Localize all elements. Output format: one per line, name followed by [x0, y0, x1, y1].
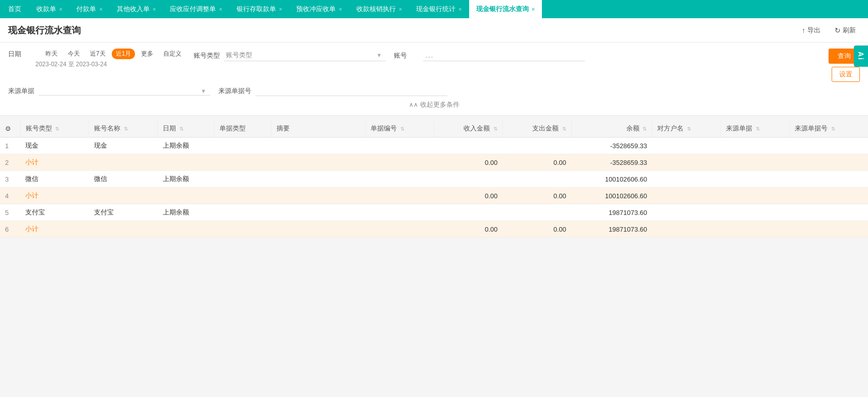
- table-row[interactable]: 6小计0.000.0019871073.60: [0, 221, 868, 238]
- col-counterpart: 对方户名 ⇅: [652, 120, 721, 138]
- table-cell: 0.00: [434, 188, 502, 204]
- table-row[interactable]: 4小计0.000.00100102606.60: [0, 188, 868, 204]
- table-row[interactable]: 1现金现金上期余额-3528659.33: [0, 138, 868, 154]
- page-title: 现金银行流水查询: [8, 24, 81, 36]
- nav-tab-5[interactable]: 预收冲应收单 ×: [289, 0, 349, 18]
- table-row[interactable]: 2小计0.000.00-3528659.33: [0, 154, 868, 171]
- sort-icon-doc-no[interactable]: ⇅: [400, 126, 404, 131]
- table-cell: 支付宝: [20, 204, 89, 221]
- account-type-select[interactable]: 账号类型 ▼: [224, 50, 386, 61]
- nav-home[interactable]: 首页: [0, 0, 29, 18]
- sort-icon-account-name[interactable]: ⇅: [124, 126, 128, 131]
- sort-icon-source-doc[interactable]: ⇅: [756, 126, 760, 131]
- date-btn-5[interactable]: 自定义: [159, 49, 186, 59]
- sort-icon-income[interactable]: ⇅: [493, 126, 497, 131]
- table-cell: [790, 221, 868, 238]
- nav-tab-7[interactable]: 现金银行统计 ×: [409, 0, 469, 18]
- nav-tab-6[interactable]: 收款核销执行 ×: [349, 0, 409, 18]
- table-cell: 5: [0, 204, 20, 221]
- collapse-bar[interactable]: ∧∧ 收起更多条件: [8, 98, 860, 111]
- table-cell: 100102606.60: [571, 188, 652, 204]
- date-btn-3[interactable]: 近1月: [112, 49, 135, 59]
- nav-tab-close-5[interactable]: ×: [339, 6, 342, 12]
- source-doc-no-input[interactable]: [255, 86, 447, 96]
- table-cell: 现金: [89, 138, 158, 154]
- table-cell: [652, 138, 721, 154]
- date-btn-0[interactable]: 昨天: [41, 49, 62, 59]
- table-cell: [790, 138, 868, 154]
- sort-icon-balance[interactable]: ⇅: [643, 126, 647, 131]
- export-button[interactable]: ↑ 导出: [798, 24, 825, 37]
- table-cell: 1: [0, 138, 20, 154]
- settings-button[interactable]: 设置: [832, 67, 860, 82]
- table-cell: 微信: [89, 171, 158, 188]
- table-cell: 小计: [20, 188, 89, 204]
- collapse-label: 收起更多条件: [420, 100, 460, 109]
- col-date-label: 日期: [163, 124, 176, 132]
- date-btn-2[interactable]: 近7天: [86, 49, 110, 59]
- refresh-button[interactable]: ↻ 刷新: [831, 24, 860, 37]
- sort-icon-source-doc-no[interactable]: ⇅: [831, 126, 835, 131]
- nav-tab-label-8: 现金银行流水查询: [476, 5, 529, 14]
- ai-badge[interactable]: Ai: [854, 46, 868, 67]
- nav-tab-close-1[interactable]: ×: [99, 6, 102, 12]
- sort-icon-date[interactable]: ⇅: [179, 126, 184, 131]
- export-label: 导出: [807, 26, 820, 35]
- table-cell: 19871073.60: [571, 204, 652, 221]
- table-cell: [652, 188, 721, 204]
- nav-tab-4[interactable]: 银行存取款单 ×: [230, 0, 289, 18]
- nav-tab-close-8[interactable]: ×: [532, 6, 535, 12]
- table-cell: [790, 188, 868, 204]
- table-cell: [214, 138, 271, 154]
- nav-tab-close-7[interactable]: ×: [459, 6, 462, 12]
- table-cell: [366, 204, 434, 221]
- col-doc-type: 单据类型: [214, 120, 271, 138]
- nav-tab-2[interactable]: 其他收入单 ×: [110, 0, 163, 18]
- table-cell: [271, 204, 365, 221]
- table-cell: -3528659.33: [571, 138, 652, 154]
- nav-tab-0[interactable]: 收款单 ×: [29, 0, 69, 18]
- nav-tab-1[interactable]: 付款单 ×: [69, 0, 109, 18]
- nav-tab-label-1: 付款单: [76, 5, 96, 14]
- nav-tab-label-2: 其他收入单: [117, 5, 150, 14]
- date-label: 日期: [8, 50, 33, 59]
- nav-tab-close-4[interactable]: ×: [279, 6, 282, 12]
- table-cell: [652, 204, 721, 221]
- table-cell: [366, 138, 434, 154]
- table-cell: [271, 171, 365, 188]
- table-cell: [721, 154, 790, 171]
- date-btn-4[interactable]: 更多: [137, 49, 157, 59]
- nav-tab-close-0[interactable]: ×: [59, 6, 62, 12]
- col-income: 收入金额 ⇅: [434, 120, 502, 138]
- date-btn-1[interactable]: 今天: [64, 49, 84, 59]
- table-cell: 0.00: [434, 221, 502, 238]
- table-cell: 4: [0, 188, 20, 204]
- sort-icon-expense[interactable]: ⇅: [562, 126, 566, 131]
- table-row[interactable]: 3微信微信上期余额100102606.60: [0, 171, 868, 188]
- col-settings[interactable]: ⚙: [0, 120, 20, 138]
- account-select[interactable]: ...: [423, 50, 585, 61]
- settings-icon[interactable]: ⚙: [5, 125, 11, 133]
- table-cell: [214, 221, 271, 238]
- table-cell: [721, 204, 790, 221]
- table-cell: [366, 154, 434, 171]
- nav-tab-close-2[interactable]: ×: [153, 6, 156, 12]
- col-source-doc-no: 来源单据号 ⇅: [790, 120, 868, 138]
- collapse-icon: ∧∧: [409, 101, 418, 108]
- nav-tab-8[interactable]: 现金银行流水查询 ×: [469, 0, 542, 18]
- table-cell: [721, 221, 790, 238]
- table-cell: [271, 221, 365, 238]
- table-row[interactable]: 5支付宝支付宝上期余额19871073.60: [0, 204, 868, 221]
- source-doc-select[interactable]: ▼: [38, 87, 210, 96]
- table-cell: [721, 188, 790, 204]
- nav-tab-label-5: 预收冲应收单: [296, 5, 336, 14]
- col-account-type-label: 账号类型: [26, 124, 52, 132]
- sort-icon-counterpart[interactable]: ⇅: [687, 126, 691, 131]
- nav-tab-close-3[interactable]: ×: [219, 6, 222, 12]
- nav-tab-close-6[interactable]: ×: [399, 6, 402, 12]
- sort-icon-account-type[interactable]: ⇅: [55, 126, 59, 131]
- account-type-placeholder: 账号类型: [226, 51, 252, 60]
- col-source-doc-no-label: 来源单据号: [795, 124, 828, 132]
- nav-tab-3[interactable]: 应收应付调整单 ×: [163, 0, 229, 18]
- account-dots[interactable]: ...: [425, 51, 433, 60]
